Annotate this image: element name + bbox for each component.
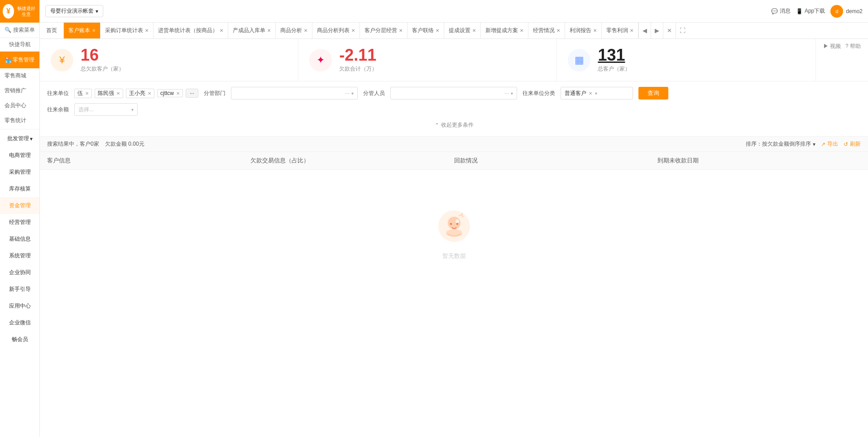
tab-利润报告[interactable]: 利润报告 ✕ (565, 23, 602, 39)
sidebar-item-零售管理[interactable]: 🏪 零售管理 (0, 52, 39, 68)
sidebar-item-企业协同[interactable]: 企业协同 (0, 264, 39, 281)
tab-close-icon[interactable]: ✕ (220, 28, 223, 33)
sidebar-item-采购管理[interactable]: 采购管理 (0, 164, 39, 180)
tab-close-icon[interactable]: ✕ (145, 28, 149, 33)
export-button[interactable]: ↗ 导出 (821, 140, 838, 148)
message-button[interactable]: 💬 消息 (771, 7, 791, 15)
avatar: d (830, 5, 843, 18)
sidebar-item-企业微信[interactable]: 企业微信 (0, 314, 39, 331)
remove-tag-伍-button[interactable]: ✕ (85, 91, 89, 96)
collapse-button[interactable]: ⌃ 收起更多条件 (435, 121, 474, 129)
tab-进货单统计表[interactable]: 进货单统计表（按商品） ✕ (153, 23, 228, 39)
sidebar-item-经营管理[interactable]: 经营管理 (0, 214, 39, 231)
tab-close-icon[interactable]: ✕ (436, 28, 439, 33)
person-more-icon: ··· (504, 90, 509, 96)
total-debt-customers-number: 16 (81, 47, 124, 63)
tab-close-icon[interactable]: ✕ (92, 28, 96, 33)
sidebar-item-新手引导[interactable]: 新手引导 (0, 281, 39, 298)
tab-采购订单统计表[interactable]: 采购订单统计表 ✕ (101, 23, 153, 39)
unit-tag-cjttcw[interactable]: cjttcw ✕ (157, 89, 183, 97)
sidebar-quick-nav[interactable]: 快捷导航 (0, 38, 39, 52)
tabs-next-button[interactable]: ▶ (651, 23, 663, 39)
tab-home[interactable]: 首页 (40, 23, 64, 39)
sidebar-item-应用中心[interactable]: 应用中心 (0, 298, 39, 314)
unit-tag-伍[interactable]: 伍 ✕ (74, 89, 92, 98)
user-menu[interactable]: d demo2 (830, 5, 863, 18)
tab-提成设置[interactable]: 提成设置 ✕ (444, 23, 481, 39)
content-inner: ¥ 16 总欠款客户（家） ✦ -2.11 欠款合计（万） ▦ (40, 39, 868, 437)
unit-tag-陈民强[interactable]: 陈民强 ✕ (95, 89, 123, 98)
tab-close-icon[interactable]: ✕ (399, 28, 403, 33)
sidebar-item-库存核算[interactable]: 库存核算 (0, 180, 39, 197)
chevron-up-icon: ⌃ (435, 122, 439, 128)
tab-close-icon[interactable]: ✕ (304, 28, 307, 33)
refresh-button[interactable]: ↺ 刷新 (844, 140, 861, 148)
app-download-button[interactable]: 📱 App下载 (796, 7, 825, 15)
sidebar-item-会员中心[interactable]: 会员中心 (0, 98, 39, 113)
sidebar-item-资金管理[interactable]: 资金管理 (0, 197, 39, 214)
dept-chevron-icon: ▾ (351, 91, 354, 96)
sort-chevron-icon: ▾ (813, 141, 815, 147)
person-label: 分管人员 (363, 90, 385, 97)
tab-商品分析列表[interactable]: 商品分析列表 ✕ (312, 23, 360, 39)
remove-tag-陈民强-button[interactable]: ✕ (116, 91, 120, 96)
remove-tag-cjttcw-button[interactable]: ✕ (176, 91, 180, 96)
remove-classify-tag-button[interactable]: ✕ (589, 91, 592, 96)
message-icon: 💬 (771, 8, 778, 14)
tab-close-icon[interactable]: ✕ (556, 28, 560, 33)
tab-close-icon[interactable]: ✕ (351, 28, 355, 33)
sidebar-item-畅会员[interactable]: 畅会员 (0, 331, 39, 348)
unit-tag-王小亮[interactable]: 王小亮 ✕ (126, 89, 154, 98)
chevron-down-icon: ▾ (96, 8, 98, 14)
tab-商品分析[interactable]: 商品分析 ✕ (276, 23, 312, 39)
tab-新增提成方案[interactable]: 新增提成方案 ✕ (481, 23, 528, 39)
stats-row: ¥ 16 总欠款客户（家） ✦ -2.11 欠款合计（万） ▦ (40, 39, 868, 81)
video-link[interactable]: ▶ 视频 (823, 43, 841, 50)
main-area: 母婴行业演示帐套 ▾ 💬 消息 📱 App下载 d demo2 首页 客户账本 (40, 0, 868, 437)
results-right: 排序：按欠款金额倒序排序 ▾ ↗ 导出 ↺ 刷新 (746, 140, 861, 148)
question-icon: ? (845, 43, 849, 49)
sidebar-item-电商管理[interactable]: 电商管理 (0, 147, 39, 164)
tab-客户分层经营[interactable]: 客户分层经营 ✕ (360, 23, 408, 39)
classify-label: 往来单位分类 (523, 90, 555, 97)
tab-close-icon[interactable]: ✕ (593, 28, 597, 33)
phone-icon: 📱 (796, 8, 803, 14)
balance-label: 往来余额 (47, 106, 69, 114)
debt-icon: ✦ (309, 49, 332, 71)
tab-close-icon[interactable]: ✕ (472, 28, 476, 33)
sidebar-search[interactable]: 🔍 搜索菜单 (0, 23, 39, 38)
topbar-left: 母婴行业演示帐套 ▾ (45, 5, 103, 17)
sidebar-item-营销推广[interactable]: 营销推广 (0, 83, 39, 98)
person-select[interactable]: ··· ▾ (390, 87, 517, 100)
tab-客户账本[interactable]: 客户账本 ✕ (64, 23, 101, 39)
remove-tag-王小亮-button[interactable]: ✕ (148, 91, 151, 96)
tab-产成品入库单[interactable]: 产成品入库单 ✕ (228, 23, 276, 39)
sidebar-item-批发管理[interactable]: 批发管理 ▾ (0, 130, 39, 147)
refresh-icon: ↺ (844, 141, 848, 147)
balance-chevron-icon: ▾ (131, 107, 134, 112)
sidebar-item-零售统计[interactable]: 零售统计 (0, 113, 39, 128)
tab-close-icon[interactable]: ✕ (630, 28, 633, 33)
tab-经营情况[interactable]: 经营情况 ✕ (528, 23, 565, 39)
dept-select[interactable]: ··· ▾ (231, 87, 358, 100)
tabs-fullscreen-button[interactable]: ⛶ (676, 23, 689, 39)
tab-客户联络[interactable]: 客户联络 ✕ (408, 23, 444, 39)
classify-tag-普通客户[interactable]: 普通客户 ✕ (565, 90, 592, 97)
tab-零售利润[interactable]: 零售利润 ✕ (602, 23, 638, 39)
tab-close-icon[interactable]: ✕ (520, 28, 523, 33)
query-button[interactable]: 查询 (638, 87, 668, 100)
tab-close-icon[interactable]: ✕ (267, 28, 271, 33)
tabs-prev-button[interactable]: ◀ (638, 23, 651, 39)
balance-select[interactable]: 选择... ▾ (74, 103, 138, 116)
unit-label: 往来单位 (47, 90, 69, 97)
tabs-close-all-button[interactable]: ✕ (663, 23, 676, 39)
sort-select[interactable]: 排序：按欠款金额倒序排序 ▾ (746, 140, 815, 148)
help-link[interactable]: ? 帮助 (845, 43, 861, 50)
total-debt-amount-label: 欠款合计（万） (339, 65, 377, 73)
sidebar-item-系统管理[interactable]: 系统管理 (0, 247, 39, 264)
classify-select[interactable]: 普通客户 ✕ ▾ (561, 87, 633, 100)
sidebar-item-零售商城[interactable]: 零售商城 (0, 68, 39, 83)
sidebar-item-基础信息[interactable]: 基础信息 (0, 231, 39, 247)
unit-tags-more-button[interactable]: ··· (186, 89, 198, 98)
industry-selector[interactable]: 母婴行业演示帐套 ▾ (45, 5, 103, 17)
